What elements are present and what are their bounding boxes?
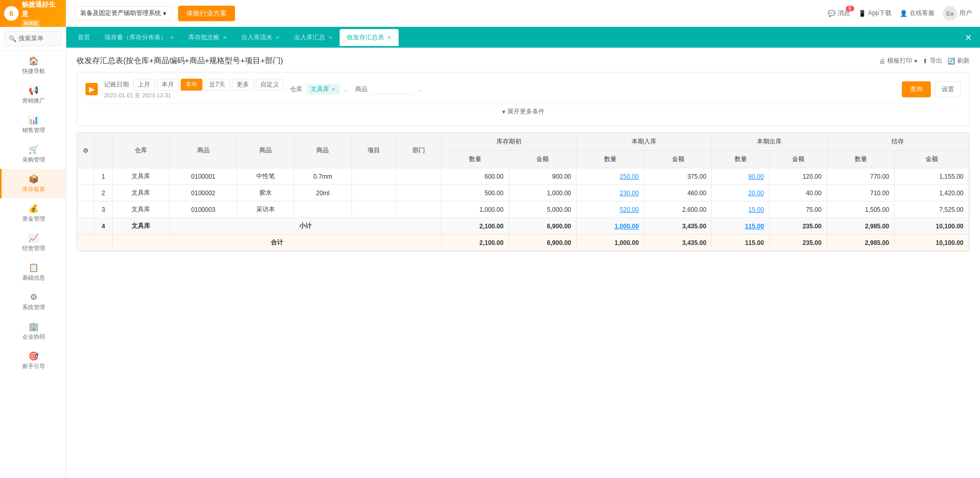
search-menu-label: 搜索菜单: [19, 34, 43, 43]
sidebar-item-system[interactable]: ⚙ 系统管理: [0, 287, 66, 316]
query-button[interactable]: 查询: [902, 81, 931, 97]
th-in-amount: 金额: [644, 151, 712, 168]
user-action[interactable]: Ea 用户: [943, 6, 972, 21]
td-sku-code: 0100002: [169, 185, 237, 201]
td-total-opening-amount: 6,900.00: [509, 235, 577, 251]
td-closing-amount: 1,155.00: [895, 168, 969, 185]
close-icon[interactable]: ✕: [275, 35, 280, 40]
export-button[interactable]: ⬆ 导出: [923, 56, 942, 65]
sidebar-item-sales[interactable]: 📊 销售管理: [0, 110, 66, 139]
close-icon[interactable]: ✕: [328, 35, 332, 40]
tab-inout-summary[interactable]: 出入库汇总 ✕: [287, 29, 340, 46]
td-out-qty[interactable]: 15.00: [712, 201, 769, 218]
sidebar-item-operations[interactable]: 📈 经营管理: [0, 228, 66, 257]
trial-button[interactable]: 体验行业方案: [178, 6, 235, 21]
th-opening-group: 库存期初: [442, 133, 577, 151]
td-sub-in-amount: 3,435.00: [644, 218, 712, 235]
th-out-amount: 金额: [769, 151, 827, 168]
td-in-qty[interactable]: 250.00: [577, 168, 645, 185]
sidebar-item-label: 营销推广: [22, 97, 45, 105]
sidebar-item-guide[interactable]: 🎯 新手引导: [0, 346, 66, 375]
td-settings: [78, 201, 94, 218]
td-sub-in-qty[interactable]: 1,000.00: [577, 218, 645, 235]
date-this-year[interactable]: 本年: [181, 79, 202, 91]
close-icon[interactable]: ✕: [387, 35, 391, 40]
td-in-qty[interactable]: 520.00: [577, 201, 645, 218]
td-out-qty[interactable]: 20.00: [712, 185, 769, 201]
th-settings[interactable]: ⚙: [78, 133, 94, 168]
th-in-group: 本期入库: [577, 133, 712, 151]
td-total-closing-qty: 2,985.00: [827, 235, 895, 251]
sidebar-item-finance[interactable]: 💰 资金管理: [0, 198, 66, 228]
tab-receive-summary-label: 收发存汇总表: [347, 33, 384, 42]
messages-badge: 6: [846, 6, 854, 11]
settings-button[interactable]: 设置: [935, 81, 961, 97]
tab-home[interactable]: 首页: [70, 29, 97, 46]
content-area: 收发存汇总表(按仓库+商品编码+商品+规格型号+项目+部门) 🖨 模板打印 ▾ …: [66, 48, 980, 478]
message-icon: 💬: [828, 10, 836, 17]
td-in-qty[interactable]: 230.00: [577, 185, 645, 201]
date-custom[interactable]: 自定义: [256, 79, 284, 91]
td-sku-name: 采访本: [237, 201, 294, 218]
tab-inout-flow-label: 出入库流水: [241, 33, 272, 42]
system-icon: ⚙: [30, 292, 37, 302]
warehouse-tag-close[interactable]: ✕: [331, 86, 335, 92]
tab-receive-summary[interactable]: 收发存汇总表 ✕: [340, 29, 399, 46]
app-edition: 标准版: [22, 20, 40, 27]
date-7days[interactable]: 近7天: [204, 79, 230, 91]
product-filter: 商品 ...: [355, 84, 422, 94]
refresh-button[interactable]: 🔄 刷新: [947, 56, 970, 65]
td-no: 2: [94, 185, 113, 201]
sidebar-item-label: 基础信息: [22, 274, 45, 282]
messages-action[interactable]: 💬 消息 6: [828, 9, 850, 18]
th-out-group: 本期出库: [712, 133, 827, 151]
td-total-closing-amount: 10,100.00: [895, 235, 969, 251]
mobile-icon: 📱: [858, 10, 866, 17]
sidebar-item-inventory[interactable]: 📦 库存核算: [0, 169, 66, 198]
date-more[interactable]: 更多: [232, 79, 254, 91]
sidebar-item-enterprise[interactable]: 🏢 企业协同: [0, 316, 66, 346]
td-out-amount: 75.00: [769, 201, 827, 218]
close-icon[interactable]: ✕: [170, 35, 174, 40]
product-more-btn[interactable]: ...: [417, 85, 422, 93]
warehouse-more-btn[interactable]: ...: [344, 85, 349, 93]
system-select[interactable]: 装备及固定资产辅助管理系统 ▾: [75, 6, 172, 20]
td-sub-out-qty[interactable]: 115.00: [712, 218, 769, 235]
td-out-qty[interactable]: 80.00: [712, 168, 769, 185]
td-opening-amount: 1,000.00: [509, 185, 577, 201]
tab-inout-flow[interactable]: 出入库流水 ✕: [234, 29, 287, 46]
tab-stock-dist[interactable]: 现存量（库存分布表） ✕: [97, 29, 181, 46]
date-range-display: 2023-01-01 至 2023-12-31: [104, 92, 284, 99]
sidebar-item-quick-nav[interactable]: 🏠 快捷导航: [0, 51, 66, 80]
page-container: 收发存汇总表(按仓库+商品编码+商品+规格型号+项目+部门) 🖨 模板打印 ▾ …: [66, 48, 980, 260]
filter-row: ▶ 记账日期 上月 本月 本年 近7天 更多 自定义: [85, 79, 961, 99]
td-sub-label: 小计: [169, 218, 441, 235]
sidebar-item-base-info[interactable]: 📋 基础信息: [0, 257, 66, 287]
expand-conditions-btn[interactable]: ▾ 展开更多条件: [85, 104, 961, 119]
app-download-action[interactable]: 📱 App下载: [858, 9, 891, 18]
template-print-button[interactable]: 🖨 模板打印 ▾: [879, 56, 917, 65]
product-input[interactable]: [372, 84, 413, 94]
date-this-month[interactable]: 本月: [157, 79, 179, 91]
td-sku-spec: 0.7mm: [294, 168, 352, 185]
product-label: 商品: [355, 85, 368, 94]
td-warehouse: 文具库: [113, 168, 170, 185]
sidebar-item-label: 采购管理: [22, 156, 45, 164]
chevron-down-icon: ▾: [502, 108, 505, 115]
sidebar-item-marketing[interactable]: 📢 营销推广: [0, 80, 66, 110]
date-options: 上月 本月 本年 近7天 更多 自定义: [133, 79, 284, 91]
close-icon[interactable]: ✕: [223, 35, 227, 40]
td-opening-qty: 1,000.00: [442, 201, 509, 218]
search-menu-button[interactable]: 🔍 搜索菜单: [4, 31, 62, 46]
th-opening-amount: 金额: [509, 151, 577, 168]
tab-batch[interactable]: 库存批次账 ✕: [181, 29, 234, 46]
sidebar-item-purchase[interactable]: 🛒 采购管理: [0, 139, 66, 169]
tabbar-close-button[interactable]: ✕: [961, 31, 976, 45]
date-last-month[interactable]: 上月: [133, 79, 155, 91]
th-warehouse: 仓库: [113, 133, 170, 168]
td-in-amount: 2,600.00: [644, 201, 712, 218]
online-service-action[interactable]: 👤 在线客服: [900, 9, 934, 18]
td-out-amount: 120.00: [769, 168, 827, 185]
filter-toggle-button[interactable]: ▶: [85, 83, 98, 95]
finance-icon: 💰: [28, 204, 39, 213]
